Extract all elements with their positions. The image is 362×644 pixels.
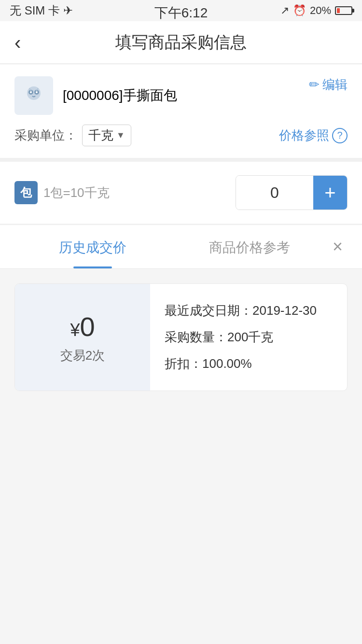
unit-value: 千克 bbox=[88, 127, 113, 144]
tabs-header: 历史成交价 商品价格参考 × bbox=[0, 225, 362, 269]
product-card: [0000006]手撕面包 ✏ 编辑 采购单位： 千克 ▼ 价格参照 ? bbox=[0, 65, 362, 158]
svg-point-4 bbox=[36, 91, 38, 93]
battery-icon bbox=[335, 6, 352, 15]
product-left: [0000006]手撕面包 bbox=[14, 76, 177, 115]
recent-date-row: 最近成交日期：2019-12-30 bbox=[165, 301, 333, 320]
product-id: [0000006] bbox=[63, 88, 123, 103]
price-left-panel: ¥0 交易2次 bbox=[15, 284, 150, 391]
back-button[interactable]: ‹ bbox=[14, 33, 21, 52]
discount-label: 折扣： bbox=[165, 356, 202, 371]
product-name: [0000006]手撕面包 bbox=[63, 86, 177, 105]
price-value: 0 bbox=[80, 311, 95, 342]
tab-content: ¥0 交易2次 最近成交日期：2019-12-30 采购数量：200千克 折扣：… bbox=[0, 269, 362, 406]
discount-value: 100.00% bbox=[202, 356, 252, 371]
unit-select[interactable]: 千克 ▼ bbox=[82, 125, 131, 146]
unit-box: 包 bbox=[14, 181, 38, 204]
price-card: ¥0 交易2次 最近成交日期：2019-12-30 采购数量：200千克 折扣：… bbox=[14, 283, 348, 391]
help-icon: ? bbox=[332, 128, 348, 143]
edit-icon: ✏ bbox=[309, 77, 320, 92]
alarm-icon: ⏰ bbox=[293, 4, 306, 17]
tabs-section: 历史成交价 商品价格参考 × ¥0 交易2次 最近成交日期：2019-12-30… bbox=[0, 224, 362, 406]
status-left: 无 SIM 卡 ✈ bbox=[10, 3, 73, 18]
purchase-qty-value: 200千克 bbox=[227, 330, 273, 344]
edit-button[interactable]: ✏ 编辑 bbox=[309, 76, 348, 93]
quantity-control: + bbox=[236, 175, 348, 210]
quantity-plus-button[interactable]: + bbox=[313, 176, 347, 210]
location-icon: ↗ bbox=[280, 4, 289, 17]
status-bar: 无 SIM 卡 ✈ 下午6:12 ↗ ⏰ 20% bbox=[0, 0, 362, 21]
product-unit-row: 采购单位： 千克 ▼ 价格参照 ? bbox=[14, 125, 348, 146]
recent-date-value: 2019-12-30 bbox=[252, 303, 317, 318]
svg-point-3 bbox=[30, 91, 32, 93]
dropdown-arrow-icon: ▼ bbox=[116, 130, 125, 140]
purchase-qty-row: 采购数量：200千克 bbox=[165, 328, 333, 347]
quantity-section: 包 1包=10千克 + bbox=[0, 162, 362, 224]
status-time: 下午6:12 bbox=[154, 4, 208, 22]
owl-icon bbox=[22, 84, 46, 108]
product-header: [0000006]手撕面包 ✏ 编辑 bbox=[14, 76, 348, 115]
price-ref-button[interactable]: 价格参照 ? bbox=[279, 127, 348, 144]
trade-count: 交易2次 bbox=[60, 347, 105, 364]
tab-price-ref-label: 商品价格参考 bbox=[209, 240, 290, 255]
product-image bbox=[14, 76, 53, 115]
price-right-panel: 最近成交日期：2019-12-30 采购数量：200千克 折扣：100.00% bbox=[150, 284, 347, 391]
price-amount: ¥0 bbox=[70, 311, 95, 342]
status-right: ↗ ⏰ 20% bbox=[280, 4, 352, 17]
currency-symbol: ¥ bbox=[70, 320, 80, 340]
unit-conversion: 1包=10千克 bbox=[43, 184, 110, 201]
unit-info: 包 1包=10千克 bbox=[14, 181, 110, 204]
recent-date-label: 最近成交日期： bbox=[165, 303, 252, 318]
quantity-input[interactable] bbox=[236, 176, 313, 210]
product-name-text: 手撕面包 bbox=[123, 88, 177, 103]
purchase-qty-label: 采购数量： bbox=[165, 330, 227, 344]
discount-row: 折扣：100.00% bbox=[165, 354, 333, 373]
edit-label: 编辑 bbox=[322, 76, 348, 93]
tab-close-button[interactable]: × bbox=[328, 237, 348, 257]
price-ref-label: 价格参照 bbox=[279, 127, 329, 144]
page-title: 填写商品采购信息 bbox=[115, 31, 247, 54]
tab-history-price[interactable]: 历史成交价 bbox=[14, 225, 171, 268]
nav-bar: ‹ 填写商品采购信息 bbox=[0, 21, 362, 64]
separator bbox=[0, 158, 362, 162]
tab-price-ref[interactable]: 商品价格参考 bbox=[171, 225, 327, 268]
unit-label: 采购单位： bbox=[14, 127, 77, 144]
battery-percent: 20% bbox=[310, 4, 331, 17]
tab-history-label: 历史成交价 bbox=[59, 240, 126, 255]
page-body bbox=[0, 406, 362, 644]
